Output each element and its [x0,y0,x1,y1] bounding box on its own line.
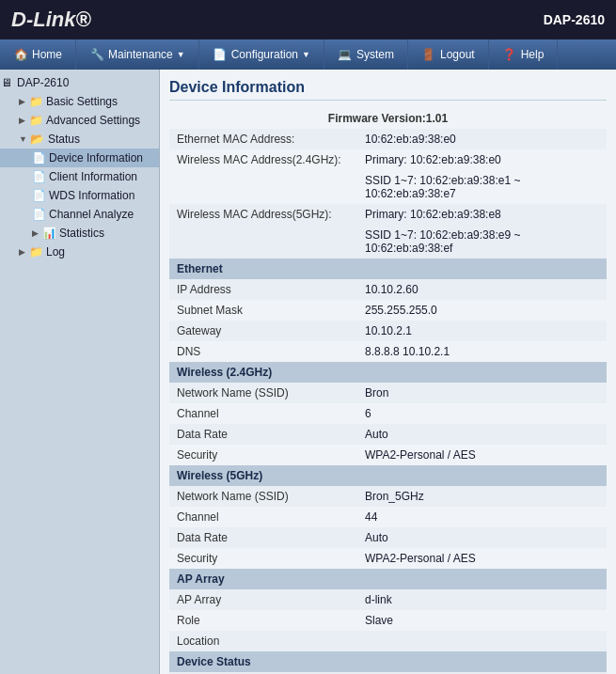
logo: D-Link® [11,8,91,32]
datarate-5-row: Data Rate Auto [169,527,607,548]
sidebar-advanced-settings-label: Advanced Settings [46,114,140,127]
sidebar-dap2610-label: DAP-2610 [17,76,69,89]
nav-system-label: System [356,48,394,61]
security-5-value: WPA2-Personal / AES [357,548,607,569]
channel-5-row: Channel 44 [169,507,607,527]
statistics-expand-icon: ▶ [32,228,39,238]
ssid-5-value: Bron_5GHz [357,486,607,507]
subnet-mask-value: 255.255.255.0 [357,300,607,321]
expand-icon: ▶ [19,116,25,125]
logout-icon: 🚪 [421,47,436,62]
navbar: 🏠 Home 🔧 Maintenance ▼ 📄 Configuration ▼… [0,39,616,70]
wireless-5-mac-primary: Primary: 10:62:eb:a9:38:e8 [357,204,607,225]
ethernet-mac-row: Ethernet MAC Address: 10:62:eb:a9:38:e0 [169,129,607,149]
location-row: Location [169,631,607,651]
channel-5-label: Channel [169,507,357,527]
channel-analyze-icon: 📄 [32,208,45,221]
sidebar-item-channel-analyze[interactable]: 📄 Channel Analyze [0,205,159,224]
role-label: Role [169,610,357,631]
nav-maintenance[interactable]: 🔧 Maintenance ▼ [76,39,199,70]
nav-logout[interactable]: 🚪 Logout [408,39,489,70]
monitor-icon: 🖥 [0,76,13,89]
location-value [357,631,607,651]
basic-settings-icon: 📁 [29,95,42,108]
nav-home[interactable]: 🏠 Home [0,39,76,70]
dns-row: DNS 8.8.8.8 10.10.2.1 [169,341,607,362]
datarate-5-label: Data Rate [169,527,357,548]
sidebar-wds-info-label: WDS Information [49,189,134,202]
gateway-label: Gateway [169,321,357,341]
header: D-Link® DAP-2610 [0,0,616,39]
gateway-value: 10.10.2.1 [357,321,607,341]
sidebar-item-statistics[interactable]: ▶ 📊 Statistics [0,224,159,243]
wireless-5-section-label: Wireless (5GHz) [169,465,607,486]
system-icon: 💻 [338,47,353,62]
wireless-5-mac-label: Wireless MAC Address(5GHz): [169,204,357,225]
home-icon: 🏠 [13,47,28,62]
location-label: Location [169,631,357,651]
content-area: Device Information Firmware Version:1.01… [160,70,616,674]
ssid-5-row: Network Name (SSID) Bron_5GHz [169,486,607,507]
subnet-mask-label: Subnet Mask [169,300,357,321]
sidebar-item-wds-information[interactable]: 📄 WDS Information [0,186,159,205]
main-layout: 🖥 DAP-2610 ▶ 📁 Basic Settings ▶ 📁 Advanc… [0,70,616,674]
ethernet-mac-label: Ethernet MAC Address: [169,129,357,149]
expand-icon: ▶ [19,97,25,106]
statistics-icon: 📊 [42,227,55,240]
page-title: Device Information [169,79,607,101]
role-row: Role Slave [169,610,607,631]
nav-system[interactable]: 💻 System [324,39,408,70]
nav-configuration[interactable]: 📄 Configuration ▼ [199,39,324,70]
help-icon: ❓ [502,47,517,62]
channel-24-label: Channel [169,403,357,424]
wireless-5-mac-row: Wireless MAC Address(5GHz): Primary: 10:… [169,204,607,225]
sidebar-client-info-label: Client Information [49,170,137,183]
security-24-value: WPA2-Personal / AES [357,445,607,465]
nav-help[interactable]: ❓ Help [489,39,559,70]
wireless-24-section-header: Wireless (2.4GHz) [169,362,607,383]
security-24-label: Security [169,445,357,465]
wireless-24-mac-label: Wireless MAC Address(2.4GHz): [169,149,357,170]
security-5-label: Security [169,548,357,569]
sidebar-item-basic-settings[interactable]: ▶ 📁 Basic Settings [0,92,159,111]
datarate-24-label: Data Rate [169,424,357,445]
nav-logout-label: Logout [440,48,475,61]
ip-address-row: IP Address 10.10.2.60 [169,279,607,300]
ethernet-section-label: Ethernet [169,259,607,279]
logo-text: D-Link [11,8,75,31]
info-table: Firmware Version:1.01 Ethernet MAC Addre… [169,108,607,674]
sidebar-item-dap2610[interactable]: 🖥 DAP-2610 [0,73,159,92]
sidebar-log-label: Log [46,245,65,259]
sidebar-item-status[interactable]: ▼ 📂 Status [0,130,159,149]
wireless-5-section-header: Wireless (5GHz) [169,465,607,486]
device-status-section-header: Device Status [169,651,607,672]
wireless-5-mac-sub-row: SSID 1~7: 10:62:eb:a9:38:e9 ~ 10:62:eb:a… [169,225,607,259]
sidebar-item-log[interactable]: ▶ 📁 Log [0,243,159,261]
nav-configuration-label: Configuration [231,48,298,61]
ap-array-section-label: AP Array [169,569,607,589]
firmware-value: Firmware Version:1.01 [169,108,607,129]
advanced-settings-icon: 📁 [29,114,42,127]
security-5-row: Security WPA2-Personal / AES [169,548,607,569]
status-icon: 📂 [31,133,44,146]
ssid-24-label: Network Name (SSID) [169,383,357,403]
sidebar: 🖥 DAP-2610 ▶ 📁 Basic Settings ▶ 📁 Advanc… [0,70,160,674]
sidebar-item-advanced-settings[interactable]: ▶ 📁 Advanced Settings [0,111,159,130]
status-expand-icon: ▼ [19,134,27,144]
log-icon: 📁 [29,245,42,259]
sidebar-item-device-information[interactable]: 📄 Device Information [0,149,159,167]
configuration-icon: 📄 [213,47,228,62]
nav-maintenance-label: Maintenance [108,48,173,61]
configuration-dropdown-icon: ▼ [302,50,310,59]
channel-24-row: Channel 6 [169,403,607,424]
sidebar-item-client-information[interactable]: 📄 Client Information [0,167,159,186]
model-label: DAP-2610 [544,12,605,27]
subnet-mask-row: Subnet Mask 255.255.255.0 [169,300,607,321]
wireless-24-mac-primary: Primary: 10:62:eb:a9:38:e0 [357,149,607,170]
firmware-row: Firmware Version:1.01 [169,108,607,129]
ap-array-row: AP Array d-link [169,589,607,610]
datarate-5-value: Auto [357,527,607,548]
ip-address-label: IP Address [169,279,357,300]
nav-home-label: Home [32,48,62,61]
ap-array-value: d-link [357,589,607,610]
